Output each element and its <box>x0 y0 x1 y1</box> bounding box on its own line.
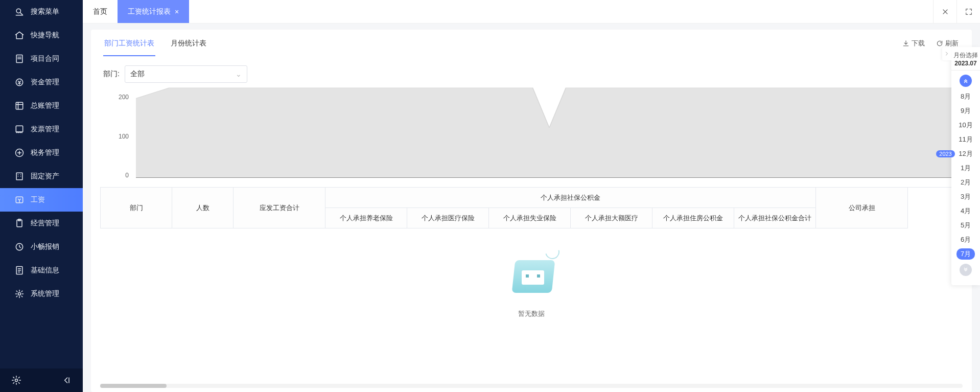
ytick: 200 <box>119 94 129 101</box>
dock-scroll-down[interactable] <box>960 264 972 276</box>
dock-month-item[interactable]: 12月2023 <box>955 148 975 159</box>
dock-month-item[interactable]: 8月 <box>956 91 975 102</box>
dock-collapse-button[interactable] <box>942 47 951 60</box>
sidebar-item-label: 固定资产 <box>31 172 59 181</box>
svg-point-26 <box>15 379 18 382</box>
download-button[interactable]: 下载 <box>902 39 925 48</box>
dock-title: 月份选择 <box>951 49 980 60</box>
chart-yticks: 200 100 0 <box>100 86 132 178</box>
filter-row: 部门: 全部 ⌄ <box>100 65 963 83</box>
dock-month-item[interactable]: 1月 <box>956 163 975 174</box>
ytick: 100 <box>119 133 129 140</box>
dock-month-item[interactable]: 4月 <box>956 205 975 217</box>
th-sub: 个人承担大额医疗 <box>571 208 652 228</box>
gear-icon[interactable] <box>11 375 21 385</box>
dept-filter-label: 部门: <box>103 70 120 79</box>
chart-plot <box>136 86 963 178</box>
sidebar-item-salary[interactable]: 工资 <box>0 188 83 212</box>
dept-select[interactable]: 全部 ⌄ <box>125 65 247 83</box>
document-icon <box>14 54 25 64</box>
month-selector-dock: 月份选择 2023.07 8月9月10月11月12月20231月2月3月4月5月… <box>951 47 980 285</box>
system-icon <box>14 289 25 299</box>
sidebar-item-fund[interactable]: 资金管理 <box>0 71 83 94</box>
dock-year-badge: 2023 <box>936 150 954 157</box>
clipboard-icon <box>14 218 25 228</box>
subtab-dept-salary[interactable]: 部门工资统计表 <box>103 32 155 56</box>
table-head: 部门 人数 应发工资合计 个人承担社保公积金 公司承担 个人承担养老保险 个人承… <box>100 187 963 228</box>
download-label: 下载 <box>912 39 925 48</box>
sidebar-item-basic[interactable]: 基础信息 <box>0 259 83 282</box>
download-icon <box>902 40 909 47</box>
search-list-icon <box>14 7 25 17</box>
reimburse-icon <box>14 242 25 252</box>
close-all-tabs-button[interactable] <box>933 0 956 23</box>
sidebar-item-business[interactable]: 经营管理 <box>0 212 83 235</box>
invoice-icon <box>14 124 25 134</box>
dock-scroll-up[interactable] <box>960 75 972 87</box>
svg-rect-10 <box>16 126 22 132</box>
sidebar-item-quicknav[interactable]: 快捷导航 <box>0 24 83 47</box>
table: 部门 人数 应发工资合计 个人承担社保公积金 公司承担 个人承担养老保险 个人承… <box>100 187 963 318</box>
scrollbar-thumb[interactable] <box>100 384 167 388</box>
sidebar-bottom <box>0 368 83 392</box>
chevron-down-icon: ⌄ <box>236 70 242 78</box>
empty-text: 暂无数据 <box>100 309 963 318</box>
sidebar-item-label: 经营管理 <box>31 219 59 228</box>
th-company-partial: 公司承担 <box>816 188 908 228</box>
sidebar-item-contract[interactable]: 项目合同 <box>0 47 83 71</box>
dock-month-item[interactable]: 6月 <box>956 234 975 245</box>
th-sub: 个人承担失业保险 <box>489 208 571 228</box>
building-icon <box>14 171 25 181</box>
refresh-icon <box>936 40 943 47</box>
sidebar-item-tax[interactable]: 税务管理 <box>0 141 83 165</box>
fullscreen-button[interactable] <box>956 0 980 23</box>
dock-month-item[interactable]: 7月 <box>956 248 975 260</box>
th-group-personal: 个人承担社保公积金 <box>325 188 816 208</box>
sidebar-item-label: 工资 <box>31 195 45 204</box>
subtab-month-stat[interactable]: 月份统计表 <box>170 32 207 56</box>
tab-label: 工资统计报表 <box>128 7 171 16</box>
tab-salary-report[interactable]: 工资统计报表 × <box>118 0 189 23</box>
coin-icon <box>14 77 25 87</box>
salary-icon <box>14 195 25 205</box>
dock-month-item[interactable]: 2月 <box>956 177 975 188</box>
svg-line-1 <box>20 13 22 15</box>
sidebar-item-label: 发票管理 <box>31 125 59 134</box>
sidebar-item-reimburse[interactable]: 小畅报销 <box>0 235 83 259</box>
close-icon[interactable]: × <box>175 8 179 16</box>
tab-label: 首页 <box>93 7 107 16</box>
sidebar-item-ledger[interactable]: 总账管理 <box>0 94 83 118</box>
sidebar-item-label: 基础信息 <box>31 266 59 275</box>
sidebar-item-label: 系统管理 <box>31 289 59 298</box>
panel: 部门工资统计表 月份统计表 下载 刷新 部门: 全部 ⌄ 200 100 <box>91 30 972 392</box>
svg-rect-12 <box>16 173 22 179</box>
sidebar-item-label: 项目合同 <box>31 54 59 63</box>
th-sub: 个人承担住房公积金 <box>652 208 734 228</box>
collapse-icon[interactable] <box>61 375 72 385</box>
sidebar-item-search[interactable]: 搜索菜单 <box>0 0 83 24</box>
empty-illustration <box>498 244 565 300</box>
sidebar-item-label: 快捷导航 <box>31 31 59 40</box>
dock-month-list: 8月9月10月11月12月20231月2月3月4月5月6月7月 <box>951 91 980 260</box>
tab-home[interactable]: 首页 <box>83 0 118 23</box>
dock-month-item[interactable]: 10月 <box>955 120 975 131</box>
home-icon <box>14 30 25 40</box>
th-sub: 个人承担养老保险 <box>325 208 407 228</box>
subtabs: 部门工资统计表 月份统计表 <box>100 30 963 56</box>
content: 部门工资统计表 月份统计表 下载 刷新 部门: 全部 ⌄ 200 100 <box>83 24 980 392</box>
sidebar-item-system[interactable]: 系统管理 <box>0 282 83 306</box>
sidebar-item-asset[interactable]: 固定资产 <box>0 165 83 188</box>
info-file-icon <box>14 265 25 275</box>
dock-month-item[interactable]: 9月 <box>956 105 975 117</box>
sidebar-item-invoice[interactable]: 发票管理 <box>0 118 83 141</box>
th-sub: 个人承担社保公积金合计 <box>734 208 816 228</box>
sidebar-item-label: 资金管理 <box>31 78 59 87</box>
dock-month-item[interactable]: 5月 <box>956 220 975 231</box>
horizontal-scrollbar[interactable] <box>100 384 963 388</box>
dock-month-item[interactable]: 11月 <box>955 134 975 145</box>
dept-select-value: 全部 <box>130 70 145 79</box>
ytick: 0 <box>125 172 129 179</box>
sidebar-item-label: 总账管理 <box>31 101 59 110</box>
dock-month-item[interactable]: 3月 <box>956 191 975 202</box>
sidebar-item-label: 小畅报销 <box>31 242 59 251</box>
